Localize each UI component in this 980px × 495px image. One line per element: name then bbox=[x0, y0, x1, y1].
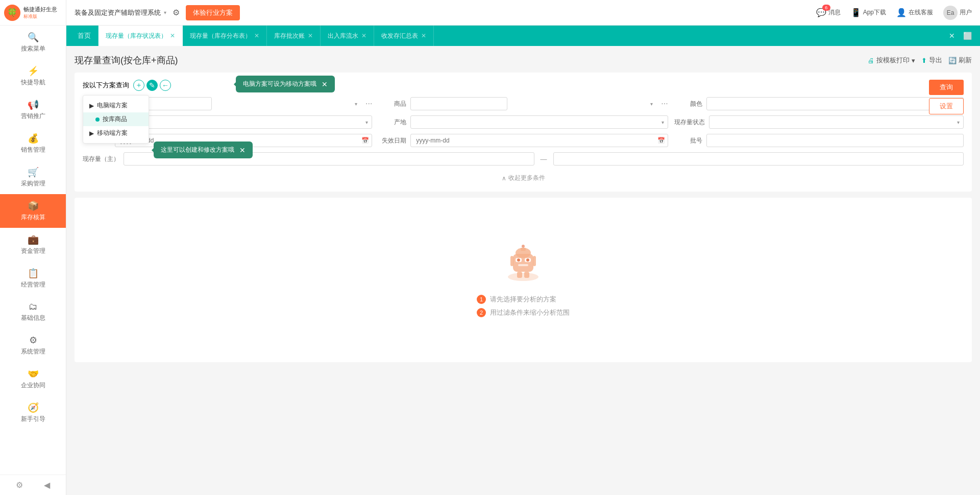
tab-close-icon[interactable]: ✕ bbox=[361, 32, 366, 39]
sidebar-item-label: 经营管理 bbox=[21, 280, 45, 289]
product-dots-button[interactable]: ··· bbox=[661, 99, 668, 108]
tab-maximize-icon[interactable]: ⬜ bbox=[961, 30, 974, 42]
tab-close-icon[interactable]: ✕ bbox=[421, 32, 426, 39]
color-select[interactable] bbox=[706, 97, 964, 110]
svg-rect-6 bbox=[518, 264, 528, 266]
tab-receive-send-label: 收发存汇总表 bbox=[381, 32, 418, 40]
print-button[interactable]: 🖨 按模板打印 ▾ bbox=[868, 56, 915, 65]
svg-point-0 bbox=[508, 273, 538, 281]
marketing-icon: 📢 bbox=[28, 99, 39, 110]
edit-scheme-button[interactable]: ✎ bbox=[146, 80, 158, 91]
step-num-2: 2 bbox=[477, 308, 486, 317]
tab-bar-actions: ✕ ⬜ bbox=[947, 26, 976, 46]
main-content: 装备及固定资产辅助管理系统 ▾ ⚙ 体验行业方案 💬 6 消息 📱 App下载 … bbox=[66, 0, 980, 495]
tab-inventory-dist[interactable]: 现存量（库存分布表） ✕ bbox=[183, 26, 267, 46]
expiry-date-from-wrapper bbox=[410, 134, 668, 147]
empty-step2-text: 用过滤条件来缩小分析范围 bbox=[490, 308, 570, 317]
batch-input[interactable] bbox=[706, 134, 964, 147]
sidebar-item-system[interactable]: ⚙ 系统管理 bbox=[0, 328, 66, 362]
export-icon: ⬆ bbox=[921, 57, 927, 64]
sidebar-item-label: 新手引导 bbox=[21, 415, 45, 423]
sidebar-item-finance[interactable]: 💼 资金管理 bbox=[0, 228, 66, 262]
app-download-label: App下载 bbox=[863, 8, 886, 17]
search-button[interactable]: 查询 bbox=[929, 80, 964, 95]
refresh-button[interactable]: 🔄 刷新 bbox=[948, 56, 972, 65]
warehouse-dots-button[interactable]: ··· bbox=[365, 99, 372, 108]
app-download-button[interactable]: 📱 App下载 bbox=[851, 8, 886, 17]
sidebar-item-guide[interactable]: 🧭 新手引导 bbox=[0, 396, 66, 430]
logo-badge: 标准版 bbox=[23, 13, 57, 20]
tab-batch-ledger[interactable]: 库存批次账 ✕ bbox=[267, 26, 321, 46]
page-title: 现存量查询(按仓库+商品) bbox=[75, 54, 178, 66]
sidebar-item-purchase[interactable]: 🛒 采购管理 bbox=[0, 160, 66, 194]
origin-select-wrapper bbox=[410, 115, 668, 129]
origin-select[interactable] bbox=[410, 115, 668, 129]
sidebar-item-label: 资金管理 bbox=[21, 247, 45, 255]
filter-field-batch: 批号 bbox=[674, 134, 964, 147]
svg-rect-10 bbox=[524, 272, 529, 278]
sidebar-item-label: 搜索菜单 bbox=[21, 44, 45, 53]
back-scheme-button[interactable]: ← bbox=[160, 80, 171, 91]
tooltip2-close-button[interactable]: ✕ bbox=[239, 146, 246, 154]
collapse-sidebar-button[interactable]: ◀ bbox=[44, 480, 50, 490]
collapse-bar[interactable]: ∧ 收起更多条件 bbox=[83, 170, 964, 184]
tooltip1-close-button[interactable]: ✕ bbox=[322, 80, 328, 88]
scheme-mobile-group[interactable]: ▶ 移动端方案 bbox=[83, 126, 149, 140]
user-menu[interactable]: Ea 用户 bbox=[943, 6, 972, 20]
tab-inventory-status[interactable]: 现存量（库存状况表） ✕ bbox=[99, 26, 183, 46]
sales-icon: 💰 bbox=[28, 133, 39, 144]
sidebar-item-basic[interactable]: 🗂 基础信息 bbox=[0, 295, 66, 328]
expiry-date-from-input[interactable] bbox=[410, 134, 668, 147]
size-select[interactable] bbox=[115, 115, 372, 129]
sidebar-item-sales[interactable]: 💰 销售管理 bbox=[0, 127, 66, 160]
trial-button[interactable]: 体验行业方案 bbox=[186, 5, 240, 20]
export-button[interactable]: ⬆ 导出 bbox=[921, 56, 942, 65]
sidebar-item-enterprise[interactable]: 🤝 企业协同 bbox=[0, 362, 66, 396]
system-selector[interactable]: 装备及固定资产辅助管理系统 ▾ bbox=[75, 8, 166, 17]
settings-icon[interactable]: ⚙ bbox=[173, 8, 180, 17]
stock-status-select[interactable] bbox=[709, 115, 964, 129]
collapse-label: 收起更多条件 bbox=[508, 174, 545, 182]
sidebar-item-label: 快捷导航 bbox=[21, 78, 45, 87]
support-icon: 👤 bbox=[896, 8, 906, 17]
filter-field-origin: 产地 bbox=[378, 115, 668, 129]
sidebar-item-inventory[interactable]: 📦 库存核算 bbox=[0, 194, 66, 228]
settings-button[interactable]: ⚙ bbox=[16, 480, 23, 490]
tab-close-all-icon[interactable]: ✕ bbox=[947, 30, 957, 42]
scheme-desktop-item[interactable]: 按库商品 bbox=[83, 112, 149, 126]
sidebar-item-quick[interactable]: ⚡ 快捷导航 bbox=[0, 59, 66, 93]
message-button[interactable]: 💬 6 消息 bbox=[816, 8, 841, 17]
svg-point-13 bbox=[522, 245, 525, 248]
export-label: 导出 bbox=[929, 56, 942, 65]
add-scheme-button[interactable]: ＋ bbox=[133, 80, 144, 91]
empty-state: 1 请先选择要分析的方案 2 用过滤条件来缩小分析范围 bbox=[75, 198, 972, 362]
system-icon: ⚙ bbox=[29, 335, 37, 346]
page-actions: 🖨 按模板打印 ▾ ⬆ 导出 🔄 刷新 bbox=[868, 56, 972, 65]
online-support-button[interactable]: 👤 在线客服 bbox=[896, 8, 933, 17]
tab-close-icon[interactable]: ✕ bbox=[308, 32, 313, 39]
tab-home[interactable]: 首页 bbox=[70, 26, 99, 46]
message-label: 消息 bbox=[828, 8, 841, 17]
sidebar-item-search[interactable]: 🔍 搜索菜单 bbox=[0, 26, 66, 59]
enterprise-icon: 🤝 bbox=[28, 368, 39, 380]
guide-icon: 🧭 bbox=[28, 402, 39, 413]
sidebar-item-operations[interactable]: 📋 经营管理 bbox=[0, 262, 66, 295]
scheme-active-dot bbox=[95, 117, 100, 122]
tooltip-arrow bbox=[149, 147, 155, 153]
tooltip-arrow bbox=[231, 81, 237, 87]
sidebar-item-label: 系统管理 bbox=[21, 347, 45, 356]
reset-button[interactable]: 设置 bbox=[929, 98, 964, 114]
scheme-desktop-group[interactable]: ▶ 电脑端方案 bbox=[83, 99, 149, 112]
product-input[interactable] bbox=[410, 97, 507, 110]
quick-icon: ⚡ bbox=[28, 65, 39, 77]
tab-receive-send[interactable]: 收发存汇总表 ✕ bbox=[374, 26, 434, 46]
tab-close-icon[interactable]: ✕ bbox=[170, 32, 175, 39]
tab-close-icon[interactable]: ✕ bbox=[254, 32, 259, 39]
sidebar-item-marketing[interactable]: 📢 营销推广 bbox=[0, 93, 66, 127]
tab-in-out-flow[interactable]: 出入库流水 ✕ bbox=[321, 26, 374, 46]
empty-step1-text: 请先选择要分析的方案 bbox=[490, 295, 556, 304]
basic-icon: 🗂 bbox=[29, 301, 38, 312]
scheme-dropdown: ▶ 电脑端方案 按库商品 ▶ 移动端方案 bbox=[83, 95, 149, 144]
stock-qty-to-input[interactable] bbox=[553, 152, 964, 166]
stock-status-label: 现存量状态 bbox=[674, 118, 705, 127]
